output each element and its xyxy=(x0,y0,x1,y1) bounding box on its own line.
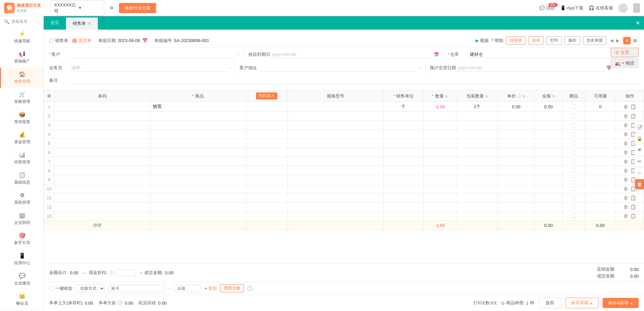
row-barcode[interactable] xyxy=(54,102,150,112)
doc-shortcut-button[interactable]: 快捷键 xyxy=(506,36,526,45)
barcode-input[interactable] xyxy=(57,104,147,109)
user-menu-button[interactable] xyxy=(633,3,640,13)
amount-sort-icon[interactable]: ⇅ xyxy=(552,94,555,98)
logistics-button[interactable]: 🚛 + 物流 xyxy=(611,59,639,68)
spec-input[interactable] xyxy=(291,204,381,209)
sidebar-item-member[interactable]: 👑 畅会员 xyxy=(0,289,43,310)
save-new-button[interactable]: 保存&新增 ▲ xyxy=(603,298,639,308)
barcode-input[interactable] xyxy=(57,186,147,191)
row-spec[interactable] xyxy=(288,148,384,157)
discount-info-icon[interactable]: ⓘ xyxy=(110,270,114,276)
row-goods[interactable] xyxy=(150,157,246,166)
payment-method-select[interactable]: 结算方式 xyxy=(76,284,105,293)
row-quantity[interactable] xyxy=(424,184,456,193)
gift-checkbox[interactable] xyxy=(571,123,576,127)
user-avatar[interactable] xyxy=(618,3,628,13)
goods-input[interactable] xyxy=(153,159,243,164)
row-goods[interactable] xyxy=(150,202,246,211)
save-draft-button[interactable]: 保存草稿 ▲ xyxy=(565,298,599,308)
expected-date-input[interactable] xyxy=(456,64,605,72)
row-spec[interactable] xyxy=(288,211,384,221)
row-gift[interactable] xyxy=(563,130,585,139)
salesperson-input[interactable] xyxy=(69,64,227,72)
row-spec[interactable] xyxy=(288,184,384,193)
spec-input[interactable] xyxy=(291,150,381,155)
customer-input[interactable] xyxy=(69,51,236,58)
sidebar-item-system[interactable]: ⚙ 系统管理 xyxy=(0,189,43,209)
payment-add-button[interactable]: ● 添加 xyxy=(204,285,217,291)
row-spec[interactable] xyxy=(288,193,384,202)
payment-amount-input[interactable] xyxy=(174,285,201,292)
spec-input[interactable] xyxy=(291,186,381,191)
row-quantity[interactable]: -1.00 xyxy=(424,102,456,112)
row-barcode[interactable] xyxy=(54,184,150,193)
next-arrow[interactable]: ▶ xyxy=(615,38,620,43)
gift-checkbox[interactable] xyxy=(571,177,576,182)
row-goods[interactable] xyxy=(150,148,246,157)
copy-icon[interactable]: 📋 xyxy=(630,113,636,119)
barcode-input[interactable] xyxy=(57,177,147,182)
copy-icon[interactable]: 📋 xyxy=(630,195,636,200)
due-date-calendar-icon[interactable]: 📅 xyxy=(434,52,439,57)
row-quantity[interactable] xyxy=(424,157,456,166)
sidebar-item-sales[interactable]: 🏠 销售管理 xyxy=(0,68,43,88)
due-date-input[interactable] xyxy=(270,51,433,58)
discount-input[interactable] xyxy=(116,269,136,276)
row-quantity[interactable] xyxy=(424,193,456,202)
row-gift[interactable] xyxy=(563,211,585,221)
tab-close-button[interactable]: ✕ xyxy=(88,21,91,26)
scan-button[interactable]: 扫码录入 xyxy=(256,92,277,100)
row-gift[interactable] xyxy=(563,166,585,175)
barcode-input[interactable] xyxy=(57,150,147,155)
doc-operation-button[interactable]: 操作 xyxy=(565,36,580,45)
goods-input[interactable] xyxy=(153,195,243,200)
goods-input[interactable] xyxy=(153,150,243,155)
row-gift[interactable] xyxy=(563,157,585,166)
barcode-input[interactable] xyxy=(57,213,147,219)
sidebar-search[interactable]: 🔍 搜索菜单 xyxy=(0,16,43,27)
settings-button[interactable]: ⚙ 设置 xyxy=(611,48,639,57)
goods-input[interactable] xyxy=(153,123,243,128)
row-quantity[interactable] xyxy=(424,175,456,184)
delete-icon[interactable]: 🗑 xyxy=(623,168,628,173)
sidebar-item-enterprise[interactable]: 🏢 企业协同 xyxy=(0,209,43,229)
barcode-input[interactable] xyxy=(57,195,147,200)
row-barcode[interactable] xyxy=(54,193,150,202)
gift-checkbox[interactable] xyxy=(571,159,576,164)
delete-icon[interactable]: 🗑 xyxy=(623,150,628,155)
row-goods[interactable] xyxy=(150,175,246,184)
copy-icon[interactable]: 📋 xyxy=(630,213,636,219)
copy-icon[interactable]: 📋 xyxy=(630,204,636,209)
goods-input[interactable] xyxy=(153,204,243,209)
doc-help-button[interactable]: ? 帮助 xyxy=(491,38,503,44)
row-goods[interactable] xyxy=(150,130,246,139)
discard-button[interactable]: 放弃 xyxy=(538,298,561,308)
spec-input[interactable] xyxy=(291,123,381,128)
barcode-input[interactable] xyxy=(57,123,147,128)
radio-sales-order[interactable]: 销售单 xyxy=(49,38,68,44)
float-action-button[interactable]: 📋 xyxy=(635,179,644,190)
goods-type-icon[interactable]: ⊙ xyxy=(501,301,505,306)
row-spec[interactable] xyxy=(288,175,384,184)
barcode-input[interactable] xyxy=(57,114,147,119)
sidebar-item-wechat[interactable]: 💬 企业微信 xyxy=(0,269,43,289)
row-gift[interactable] xyxy=(563,184,585,193)
row-goods[interactable] xyxy=(150,184,246,193)
spec-input[interactable] xyxy=(291,114,381,119)
row-quantity[interactable] xyxy=(424,148,456,157)
row-spec[interactable] xyxy=(288,157,384,166)
prev-arrow[interactable]: ◀ xyxy=(609,38,614,43)
goods-input[interactable] xyxy=(153,114,243,119)
barcode-input[interactable] xyxy=(57,132,147,137)
row-barcode[interactable] xyxy=(54,148,150,157)
online-service-button[interactable]: 🎧 在线客服 xyxy=(589,5,613,11)
try-industry-button[interactable]: 体验行业方案 xyxy=(119,3,156,13)
row-goods[interactable] xyxy=(150,102,246,112)
gift-checkbox[interactable] xyxy=(571,195,576,200)
customer-addr-more-button[interactable]: ··· xyxy=(419,66,421,70)
sidebar-item-marketing[interactable]: 📢 营销推广 xyxy=(0,47,43,68)
row-spec[interactable] xyxy=(288,121,384,130)
unit-price-sort-icon[interactable]: ⇅ xyxy=(523,94,525,98)
overdue-info-icon[interactable]: ? xyxy=(118,301,123,305)
doc-video-button[interactable]: ▶ 视频 xyxy=(476,38,489,44)
